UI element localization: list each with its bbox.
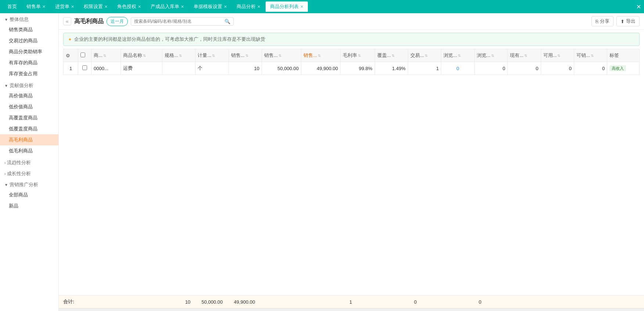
tab-permission[interactable]: 权限设置 ✕ bbox=[79, 1, 112, 12]
sidebar-group-growth[interactable]: › 成长性分析 bbox=[0, 167, 58, 178]
sort-icon-name: ⇅ bbox=[143, 54, 146, 58]
sort-code: 商... ⇅ bbox=[94, 52, 106, 59]
row-checkbox[interactable] bbox=[82, 65, 87, 70]
col-transaction-header[interactable]: 交易... ⇅ bbox=[408, 49, 441, 62]
sort-icon-transaction: ⇅ bbox=[425, 54, 428, 58]
footer-available: 0 bbox=[452, 299, 481, 305]
sidebar-item-category-rate[interactable]: 商品分类助销率 bbox=[0, 46, 58, 57]
main-layout: ▼ 整体信息 销售类商品 交易过的商品 商品分类助销率 有库存的商品 库存资金占… bbox=[0, 13, 644, 311]
sort-icon-view1: ⇅ bbox=[458, 54, 461, 58]
col-sales-qty-header[interactable]: 销售... ⇅ bbox=[229, 49, 262, 62]
sidebar-item-traded-goods[interactable]: 交易过的商品 bbox=[0, 35, 58, 46]
tab-template-close[interactable]: ✕ bbox=[224, 4, 227, 9]
col-code-header[interactable]: 商... ⇅ bbox=[91, 49, 121, 62]
tab-sales-label: 销售单 bbox=[26, 3, 41, 10]
sidebar-group-contribution[interactable]: ▼ 贡献值分析 bbox=[0, 79, 58, 90]
tab-analysis[interactable]: 商品分析 ✕ bbox=[232, 1, 265, 12]
sidebar-item-high-margin[interactable]: 高毛利商品 bbox=[0, 134, 58, 145]
col-tag-header[interactable]: 标签 bbox=[607, 49, 640, 62]
col-spec-header[interactable]: 规格... ⇅ bbox=[162, 49, 195, 62]
tab-inbound-close[interactable]: ✕ bbox=[181, 4, 184, 9]
tab-analysis-label: 商品分析 bbox=[237, 3, 256, 10]
cell-sales-amount: 50,000.00 bbox=[262, 62, 301, 75]
tab-sales[interactable]: 销售单 ✕ bbox=[22, 1, 50, 12]
time-filter-button[interactable]: 近一月 bbox=[107, 17, 128, 26]
sidebar-item-stock-goods[interactable]: 有库存的商品 bbox=[0, 57, 58, 68]
col-gross-margin-header[interactable]: 毛利率 ⇅ bbox=[341, 49, 375, 62]
sidebar-item-stock-capital[interactable]: 库存资金占用 bbox=[0, 68, 58, 79]
sidebar-group-overall-label: 整体信息 bbox=[10, 16, 29, 23]
sidebar: ▼ 整体信息 销售类商品 交易过的商品 商品分类助销率 有库存的商品 库存资金占… bbox=[0, 13, 59, 311]
content-header: « 高毛利商品 近一月 🔍 ⎘ 分享 ⬆ 导出 bbox=[59, 13, 644, 30]
view1-link[interactable]: 0 bbox=[456, 66, 459, 71]
tab-sales-close[interactable]: ✕ bbox=[42, 4, 46, 9]
tab-home[interactable]: 首页 bbox=[3, 1, 21, 12]
col-unit-header[interactable]: 计量... ⇅ bbox=[195, 49, 229, 62]
collapse-sidebar-button[interactable]: « bbox=[63, 17, 71, 25]
tab-purchase[interactable]: 进货单 ✕ bbox=[51, 1, 79, 12]
sort-icon-spec: ⇅ bbox=[179, 54, 182, 58]
cell-name: 运费 bbox=[120, 62, 162, 75]
search-input[interactable] bbox=[134, 19, 224, 24]
cell-checkbox bbox=[78, 62, 91, 75]
footer-sales-amount: 50,000.00 bbox=[193, 299, 223, 305]
col-available-header[interactable]: 可用... ⇅ bbox=[541, 49, 574, 62]
tab-role-close[interactable]: ✕ bbox=[138, 4, 141, 9]
footer-sales-cost: 49,900.00 bbox=[226, 299, 255, 305]
cell-transaction: 1 bbox=[408, 62, 441, 75]
sidebar-item-low-coverage[interactable]: 低覆盖度商品 bbox=[0, 123, 58, 134]
sidebar-item-all-goods[interactable]: 全部商品 bbox=[0, 189, 58, 200]
sidebar-group-overall[interactable]: ▼ 整体信息 bbox=[0, 13, 58, 24]
info-icon: ✦ bbox=[68, 37, 72, 42]
sidebar-item-high-value[interactable]: 高价值商品 bbox=[0, 90, 58, 101]
col-settings[interactable]: ⚙ bbox=[64, 49, 78, 62]
cell-sales-qty: 10 bbox=[229, 62, 262, 75]
window-close-button[interactable]: ✕ bbox=[636, 3, 641, 10]
col-view1-header[interactable]: 浏览... ⇅ bbox=[441, 49, 474, 62]
sidebar-item-new-goods[interactable]: 新品 bbox=[0, 200, 58, 211]
select-all-checkbox[interactable] bbox=[80, 53, 85, 57]
tab-purchase-label: 进货单 bbox=[55, 3, 69, 10]
sidebar-group-flow[interactable]: › 流趋性分析 bbox=[0, 156, 58, 167]
arrow-icon-3: › bbox=[4, 161, 6, 165]
sort-icon-code: ⇅ bbox=[103, 54, 106, 58]
sidebar-group-marketing[interactable]: ▼ 营销推广分析 bbox=[0, 178, 58, 189]
sidebar-item-sales-goods[interactable]: 销售类商品 bbox=[0, 24, 58, 35]
sidebar-item-low-margin[interactable]: 低毛利商品 bbox=[0, 145, 58, 156]
sidebar-item-high-coverage[interactable]: 高覆盖度商品 bbox=[0, 112, 58, 123]
col-sellable-header[interactable]: 可销... ⇅ bbox=[574, 49, 607, 62]
info-banner-text: 企业的主要的利润都是这部分商品创造的，可考虑加大推广，同时关注库存是不要出现缺货 bbox=[74, 36, 265, 43]
footer-bar: 合计: 10 50,000.00 49,900.00 1 0 0 bbox=[59, 295, 644, 308]
tab-analysis-close[interactable]: ✕ bbox=[257, 4, 260, 9]
col-current-stock-header[interactable]: 现有... ⇅ bbox=[508, 49, 541, 62]
search-icon[interactable]: 🔍 bbox=[224, 19, 230, 24]
col-sales-cost-header[interactable]: 销售... ⇅ bbox=[301, 49, 341, 62]
col-sales-amount-header[interactable]: 销售... ⇅ bbox=[262, 49, 301, 62]
bottom-scrollbar[interactable] bbox=[59, 308, 644, 311]
tab-analysis-list-close[interactable]: ✕ bbox=[300, 4, 303, 9]
tab-permission-close[interactable]: ✕ bbox=[104, 4, 108, 9]
col-name-header[interactable]: 商品名称 ⇅ bbox=[120, 49, 162, 62]
tab-analysis-list[interactable]: 商品分析列表 ✕ bbox=[266, 1, 308, 12]
sidebar-group-growth-label: 成长性分析 bbox=[7, 170, 31, 177]
table-wrapper: ⚙ 商... ⇅ 商品名称 bbox=[59, 49, 644, 295]
tab-inbound-label: 产成品入库单 bbox=[151, 3, 179, 10]
search-box: 🔍 bbox=[131, 17, 234, 26]
share-button[interactable]: ⎘ 分享 bbox=[591, 16, 614, 26]
footer-sales-qty: 10 bbox=[161, 299, 190, 305]
tab-purchase-close[interactable]: ✕ bbox=[71, 4, 74, 9]
col-coverage-header[interactable]: 覆盖... ⇅ bbox=[375, 49, 408, 62]
sidebar-item-low-value[interactable]: 低价值商品 bbox=[0, 101, 58, 112]
tab-inbound[interactable]: 产成品入库单 ✕ bbox=[146, 1, 188, 12]
sort-icon-sales-qty: ⇅ bbox=[245, 54, 248, 58]
sort-icon-current-stock: ⇅ bbox=[524, 54, 527, 58]
tag-badge: 高收入 bbox=[609, 65, 626, 71]
tab-permission-label: 权限设置 bbox=[84, 3, 103, 10]
tab-role[interactable]: 角色授权 ✕ bbox=[113, 1, 145, 12]
sort-icon-view2: ⇅ bbox=[491, 54, 494, 58]
cell-gross-margin: 99.8% bbox=[341, 62, 375, 75]
col-view2-header[interactable]: 浏览... ⇅ bbox=[474, 49, 507, 62]
page-title: 高毛利商品 bbox=[74, 18, 104, 25]
export-button[interactable]: ⬆ 导出 bbox=[616, 16, 640, 26]
tab-template[interactable]: 单据模板设置 ✕ bbox=[189, 1, 231, 12]
